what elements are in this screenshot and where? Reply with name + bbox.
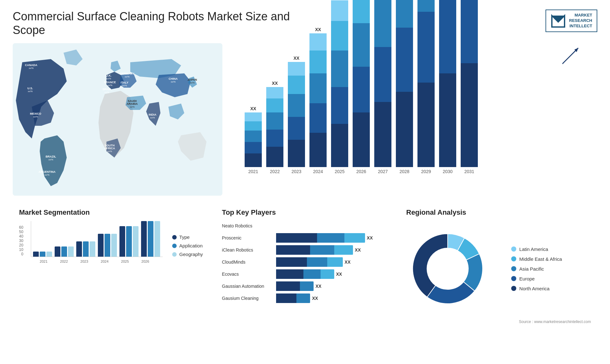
svg-text:xx%: xx% bbox=[107, 150, 112, 153]
world-map-svg: CANADA xx% U.S. xx% MEXICO xx% BRAZIL xx… bbox=[13, 43, 222, 196]
player-row: Gausium CleaningXX bbox=[222, 293, 387, 303]
middle-east-label: Middle East & Africa bbox=[519, 256, 562, 262]
player-row: iClean RoboticsXX bbox=[222, 245, 387, 255]
svg-text:xx%: xx% bbox=[44, 173, 49, 176]
europe-dot bbox=[511, 276, 516, 281]
donut-chart-area: Latin America Middle East & Africa Asia … bbox=[406, 221, 591, 316]
middle-east-dot bbox=[511, 256, 516, 261]
regional-title: Regional Analysis bbox=[406, 208, 591, 217]
type-legend-dot bbox=[172, 235, 177, 239]
player-row: ProscenicXX bbox=[222, 233, 387, 243]
latin-america-label: Latin America bbox=[519, 246, 548, 252]
market-segmentation-section: Market Segmentation 60 50 40 30 20 10 0 … bbox=[13, 205, 209, 348]
player-row: Gaussian AutomationXX bbox=[222, 281, 387, 291]
seg-y-axis: 60 50 40 30 20 10 0 bbox=[19, 225, 24, 263]
brand-logo-icon bbox=[551, 13, 566, 28]
svg-text:JAPAN: JAPAN bbox=[187, 78, 197, 81]
svg-text:SPAIN: SPAIN bbox=[103, 88, 111, 91]
top-section: CANADA xx% U.S. xx% MEXICO xx% BRAZIL xx… bbox=[13, 43, 597, 196]
svg-text:GERMANY: GERMANY bbox=[120, 72, 134, 75]
svg-text:U.K.: U.K. bbox=[106, 74, 112, 77]
legend-europe: Europe bbox=[511, 276, 562, 281]
svg-text:xx%: xx% bbox=[130, 105, 134, 108]
svg-text:ARGENTINA: ARGENTINA bbox=[38, 170, 56, 173]
svg-text:ITALY: ITALY bbox=[121, 81, 129, 84]
svg-text:FRANCE: FRANCE bbox=[104, 81, 116, 84]
logo-box: MARKET RESEARCH INTELLECT bbox=[546, 10, 597, 32]
page-header: Commercial Surface Cleaning Robots Marke… bbox=[13, 10, 597, 37]
application-legend-dot bbox=[172, 244, 177, 248]
legend-middle-east-africa: Middle East & Africa bbox=[511, 256, 562, 262]
svg-text:xx%: xx% bbox=[28, 90, 32, 93]
svg-text:xx%: xx% bbox=[107, 84, 112, 87]
segmentation-title: Market Segmentation bbox=[19, 208, 203, 217]
svg-text:AFRICA: AFRICA bbox=[104, 147, 115, 150]
legend-north-america: North America bbox=[511, 286, 562, 291]
svg-text:MEXICO: MEXICO bbox=[30, 112, 41, 115]
geography-legend-dot bbox=[172, 252, 177, 257]
seg-bars-area bbox=[31, 221, 163, 257]
svg-text:xx%: xx% bbox=[106, 77, 111, 80]
donut-chart-svg bbox=[406, 221, 502, 316]
player-row: CloudMindsXX bbox=[222, 257, 387, 267]
svg-text:xx%: xx% bbox=[171, 80, 175, 83]
svg-text:xx%: xx% bbox=[150, 116, 155, 119]
svg-text:xx%: xx% bbox=[122, 84, 127, 87]
asia-pacific-label: Asia Pacific bbox=[519, 266, 544, 272]
svg-text:CANADA: CANADA bbox=[25, 64, 37, 67]
regional-legend: Latin America Middle East & Africa Asia … bbox=[511, 246, 562, 291]
svg-text:xx%: xx% bbox=[33, 115, 38, 118]
legend-type: Type bbox=[172, 234, 203, 240]
svg-text:BRAZIL: BRAZIL bbox=[46, 155, 56, 158]
svg-text:xx%: xx% bbox=[190, 81, 194, 84]
svg-text:ARABIA: ARABIA bbox=[127, 102, 138, 105]
svg-text:CHINA: CHINA bbox=[169, 77, 178, 80]
logo-text: MARKET RESEARCH INTELLECT bbox=[569, 13, 592, 29]
market-size-bar-chart: XXXXXXXXXXXXXXXXXXXXXX 20212022202320242… bbox=[232, 43, 597, 196]
top-key-players-section: Top Key Players Neato RoboticsProscenicX… bbox=[216, 205, 394, 348]
north-america-dot bbox=[511, 286, 516, 291]
legend-asia-pacific: Asia Pacific bbox=[511, 266, 562, 272]
svg-text:U.S.: U.S. bbox=[27, 87, 33, 90]
player-row: EcovacsXX bbox=[222, 269, 387, 279]
svg-marker-1 bbox=[552, 16, 565, 22]
regional-analysis-section: Regional Analysis Latin America Middle E… bbox=[400, 205, 597, 348]
seg-legend: Type Application Geography bbox=[169, 234, 203, 263]
svg-text:INDIA: INDIA bbox=[149, 113, 157, 116]
bottom-section: Market Segmentation 60 50 40 30 20 10 0 … bbox=[13, 205, 597, 348]
world-map-container: CANADA xx% U.S. xx% MEXICO xx% BRAZIL xx… bbox=[13, 43, 222, 196]
svg-text:xx%: xx% bbox=[48, 158, 53, 161]
players-chart-area: Neato RoboticsProscenicXXiClean Robotics… bbox=[222, 221, 387, 303]
legend-application: Application bbox=[172, 243, 203, 248]
geography-legend-label: Geography bbox=[179, 252, 203, 257]
north-america-label: North America bbox=[519, 286, 550, 291]
application-legend-label: Application bbox=[179, 243, 202, 248]
source-text: Source : www.marketresearchintellect.com bbox=[406, 320, 591, 324]
svg-text:xx%: xx% bbox=[104, 91, 109, 94]
latin-america-dot bbox=[511, 246, 516, 252]
svg-text:xx%: xx% bbox=[125, 75, 129, 78]
svg-text:xx%: xx% bbox=[29, 67, 33, 70]
player-row: Neato Robotics bbox=[222, 221, 387, 231]
players-title: Top Key Players bbox=[222, 208, 387, 217]
legend-geography: Geography bbox=[172, 252, 203, 257]
legend-latin-america: Latin America bbox=[511, 246, 562, 252]
page-title: Commercial Surface Cleaning Robots Marke… bbox=[13, 10, 299, 37]
asia-pacific-dot bbox=[511, 266, 516, 271]
europe-label: Europe bbox=[519, 276, 535, 281]
type-legend-label: Type bbox=[179, 234, 190, 240]
